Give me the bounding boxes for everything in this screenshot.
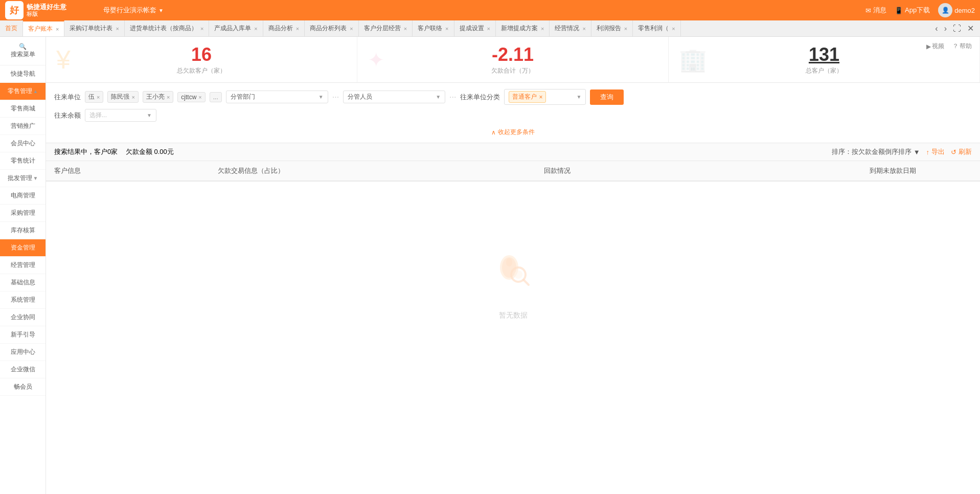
- sidebar: 🔍 搜索菜单 快捷导航 零售管理 ▲ 零售商城 营销推广 会员中心 零售统计: [0, 37, 46, 494]
- sidebar-item-enterprise-collab[interactable]: 企业协同: [0, 309, 45, 326]
- tab-controls: ‹ › ⛶ ✕: [933, 23, 980, 34]
- sidebar-item-wholesale-mgmt[interactable]: 批发管理 ▼: [0, 170, 45, 187]
- top-right-links: ▶ 视频 ？ 帮助: [926, 42, 972, 51]
- tab-customer-contact[interactable]: 客户联络 ×: [413, 20, 454, 37]
- people-clear-icon[interactable]: ···: [449, 93, 456, 102]
- tab-close-all-button[interactable]: ✕: [965, 23, 976, 34]
- sidebar-item-marketing[interactable]: 营销推广: [0, 118, 45, 135]
- sidebar-item-purchase-mgmt[interactable]: 采购管理: [0, 205, 45, 222]
- tab-close-product-analysis[interactable]: ×: [296, 26, 299, 32]
- refresh-icon: ↺: [951, 148, 956, 156]
- filter-tag-1: 伍 ×: [85, 91, 103, 103]
- export-button[interactable]: ↑ 导出: [926, 147, 945, 156]
- extra-selector[interactable]: 选择... ▼: [85, 109, 156, 122]
- video-icon: ▶: [926, 43, 931, 50]
- tab-product-inbound[interactable]: 产成品入库单 ×: [209, 20, 263, 37]
- avatar: 👤: [938, 3, 952, 17]
- tab-close-purchase-order-stats[interactable]: ×: [116, 26, 119, 32]
- tab-operation-status[interactable]: 经营情况 ×: [550, 20, 591, 37]
- tab-close-customer-segment[interactable]: ×: [404, 26, 407, 32]
- refresh-button[interactable]: ↺ 刷新: [951, 147, 972, 156]
- main-area: 🔍 搜索菜单 快捷导航 零售管理 ▲ 零售商城 营销推广 会员中心 零售统计: [0, 37, 980, 494]
- tab-close-new-achievement[interactable]: ×: [541, 26, 544, 32]
- filter-tag-more[interactable]: ...: [210, 92, 222, 102]
- filter-tag-close-3[interactable]: ×: [167, 94, 170, 100]
- dept-selector[interactable]: 分管部门 ▼: [226, 91, 328, 103]
- tab-customer-capital[interactable]: 客户账本 ×: [23, 20, 64, 37]
- sidebar-item-ecommerce-mgmt[interactable]: 电商管理: [0, 187, 45, 205]
- sidebar-item-retail-mall[interactable]: 零售商城: [0, 100, 45, 118]
- dept-clear-icon[interactable]: ···: [332, 93, 339, 102]
- sidebar-item-enterprise-wechat[interactable]: 企业微信: [0, 361, 45, 378]
- people-selector[interactable]: 分管人员 ▼: [343, 91, 445, 103]
- video-link[interactable]: ▶ 视频: [926, 42, 944, 51]
- tab-improve-settings[interactable]: 提成设置 ×: [454, 20, 496, 37]
- sidebar-item-quick-nav[interactable]: 快捷导航: [0, 65, 45, 83]
- empty-state: 暂无数据: [462, 217, 564, 351]
- sidebar-item-retail-mgmt[interactable]: 零售管理 ▲: [0, 83, 45, 100]
- tab-product-analysis[interactable]: 商品分析 ×: [263, 20, 305, 37]
- sidebar-item-retail-stats[interactable]: 零售统计: [0, 152, 45, 170]
- clients-bg-icon: 🏢: [679, 47, 707, 73]
- tab-retail-profit[interactable]: 零售利润（ ×: [633, 20, 680, 37]
- tab-close-customer-capital[interactable]: ×: [56, 26, 59, 32]
- sidebar-item-system-mgmt[interactable]: 系统管理: [0, 291, 45, 309]
- logo-icon: 好: [5, 1, 24, 19]
- stat-customers-value: 16: [191, 44, 212, 65]
- filter-tag-close-1[interactable]: ×: [97, 94, 100, 100]
- tab-close-operation-status[interactable]: ×: [582, 26, 585, 32]
- search-icon: 🔍: [19, 43, 27, 50]
- sidebar-search-section: 🔍 搜索菜单: [0, 37, 45, 65]
- sidebar-item-newbie-guide[interactable]: 新手引导: [0, 326, 45, 344]
- tab-product-analysis-list[interactable]: 商品分析列表 ×: [305, 20, 358, 37]
- col-repayment: 回款情况: [544, 166, 870, 175]
- tab-prev-button[interactable]: ‹: [933, 23, 940, 34]
- collapse-button[interactable]: ∧ 收起更多条件: [491, 128, 535, 137]
- tab-close-improve-settings[interactable]: ×: [487, 26, 490, 32]
- tab-new-achievement[interactable]: 新增提成方案 ×: [496, 20, 550, 37]
- sidebar-item-capital-mgmt[interactable]: 资金管理: [0, 239, 45, 257]
- dept-chevron-icon: ▼: [318, 94, 324, 100]
- results-info: 搜索结果中，客户0家 欠款金额 0.00元 排序：按欠款金额倒序排序 ▼ ↑ 导…: [46, 143, 980, 161]
- query-button[interactable]: 查询: [590, 89, 624, 105]
- tab-close-inbound-stats[interactable]: ×: [200, 26, 203, 32]
- user-menu[interactable]: 👤 demo2: [938, 3, 975, 17]
- tab-inbound-stats[interactable]: 进货单统计表（按商品） ×: [125, 20, 209, 37]
- tab-close-retail-profit[interactable]: ×: [672, 26, 675, 32]
- filter-tag-close-2[interactable]: ×: [131, 94, 134, 100]
- company-type-selector[interactable]: 普通客户 × ▼: [504, 89, 586, 105]
- company-selector[interactable]: 母婴行业演示帐套 ▼: [103, 6, 164, 15]
- tab-customer-segment[interactable]: 客户分层经营 ×: [359, 20, 413, 37]
- company-type-clear[interactable]: ×: [539, 94, 542, 101]
- customers-bg-icon: ¥: [56, 45, 71, 75]
- company-label: 往来单位: [54, 93, 81, 102]
- tab-close-profit-report[interactable]: ×: [624, 26, 627, 32]
- tab-home[interactable]: 首页: [0, 20, 23, 37]
- sidebar-item-operation-mgmt[interactable]: 经营管理: [0, 257, 45, 274]
- tab-profit-report[interactable]: 利润报告 ×: [591, 20, 633, 37]
- sidebar-item-vip-member[interactable]: 畅会员: [0, 378, 45, 396]
- sidebar-item-basic-info[interactable]: 基础信息: [0, 274, 45, 291]
- sidebar-item-inventory-check[interactable]: 库存核算: [0, 222, 45, 239]
- tab-close-product-inbound[interactable]: ×: [254, 26, 257, 32]
- tab-close-customer-contact[interactable]: ×: [445, 26, 448, 32]
- sidebar-item-member-center[interactable]: 会员中心: [0, 135, 45, 152]
- stat-clients-label: 总客户（家）: [806, 66, 842, 75]
- filter-tag-close-4[interactable]: ×: [198, 94, 201, 100]
- help-link[interactable]: ？ 帮助: [952, 42, 972, 51]
- sort-button[interactable]: 排序：按欠款金额倒序排序 ▼: [832, 147, 920, 156]
- tab-expand-button[interactable]: ⛶: [951, 23, 963, 34]
- message-button[interactable]: ✉ 消息: [865, 6, 886, 15]
- search-menu-button[interactable]: 🔍 搜索菜单: [4, 41, 41, 61]
- tab-purchase-order-stats[interactable]: 采购订单统计表 ×: [64, 20, 124, 37]
- app-download-button[interactable]: 📱 App下载: [895, 6, 930, 15]
- sidebar-item-app-center[interactable]: 应用中心: [0, 344, 45, 361]
- tab-close-product-analysis-list[interactable]: ×: [350, 26, 353, 32]
- stat-debt-value: -2.11: [492, 44, 534, 65]
- app-name: 畅捷通好生意: [27, 3, 66, 11]
- empty-text: 暂无数据: [499, 311, 528, 320]
- results-actions: 排序：按欠款金额倒序排序 ▼ ↑ 导出 ↺ 刷新: [832, 147, 972, 156]
- tab-next-button[interactable]: ›: [942, 23, 949, 34]
- table-area: 客户信息 欠款交易信息（占比） 回款情况 到期未放款日期: [46, 161, 980, 494]
- app-edition: 标版: [27, 11, 66, 17]
